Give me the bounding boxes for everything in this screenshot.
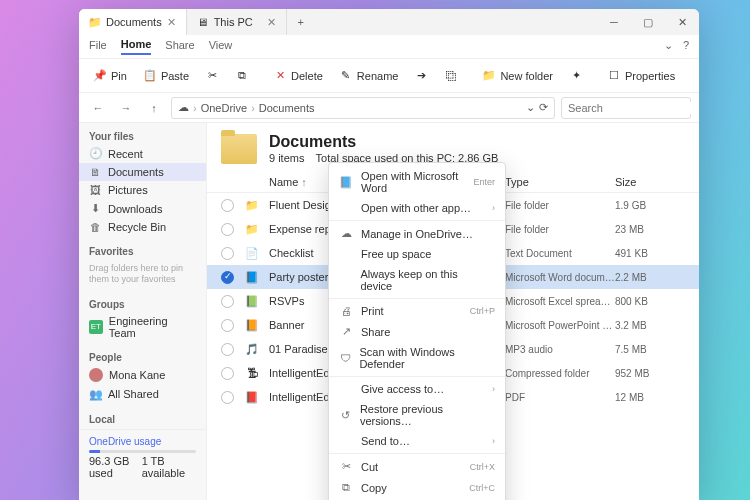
menubar: File Home Share View ⌄ ? [79, 35, 699, 59]
menu-item[interactable]: ⧉ Copy Ctrl+C [329, 477, 505, 498]
minimize-button[interactable]: ─ [597, 9, 631, 35]
forward-button[interactable]: → [115, 97, 137, 119]
menu-home[interactable]: Home [121, 38, 152, 55]
cut-button[interactable]: ✂ [199, 66, 225, 86]
txt-icon: 📄 [245, 246, 259, 260]
sidebar-item-downloads[interactable]: ⬇Downloads [79, 199, 206, 218]
checkbox-icon[interactable] [221, 391, 234, 404]
delete-icon: ✕ [273, 69, 287, 83]
copy-icon: ⧉ [235, 69, 249, 83]
menu-item[interactable]: ✂ Cut Ctrl+X [329, 456, 505, 477]
sidebar-item-pictures[interactable]: 🖼Pictures [79, 181, 206, 199]
folder-icon: 📁 [245, 222, 259, 236]
accelerator: › [492, 384, 495, 394]
sidebar-header-local: Local [79, 412, 206, 427]
copy-to-button[interactable]: ⿻ [438, 66, 464, 86]
checkbox-icon[interactable] [221, 295, 234, 308]
maximize-button[interactable]: ▢ [631, 9, 665, 35]
col-size[interactable]: Size [615, 176, 685, 188]
menu-item[interactable]: Free up space [329, 244, 505, 264]
menu-label: Open with Microsoft Word [361, 170, 465, 194]
menu-view[interactable]: View [209, 39, 233, 54]
search-box[interactable]: 🔍 [561, 97, 691, 119]
paste-button[interactable]: 📋Paste [137, 66, 195, 86]
menu-label: Free up space [361, 248, 431, 260]
tab-label: This PC [214, 16, 253, 28]
breadcrumb[interactable]: ☁ › OneDrive › Documents ⌄ ⟳ [171, 97, 555, 119]
new-item-button[interactable]: ✦ [563, 66, 589, 86]
close-icon[interactable]: ✕ [267, 16, 276, 29]
pc-icon: 🖥 [197, 16, 209, 28]
sidebar-item-person[interactable]: Mona Kane [79, 365, 206, 385]
document-icon: 🗎 [89, 166, 102, 178]
select-all-button[interactable]: ☑Select all [693, 66, 699, 86]
refresh-icon[interactable]: ⟳ [539, 101, 548, 114]
chevron-down-icon[interactable]: ⌄ [526, 101, 535, 114]
file-type: File folder [505, 200, 615, 211]
accelerator: › [492, 436, 495, 446]
file-size: 7.5 MB [615, 344, 685, 355]
checkbox-icon[interactable] [221, 223, 234, 236]
file-type: MP3 audio [505, 344, 615, 355]
sidebar-item-recyclebin[interactable]: 🗑Recycle Bin [79, 218, 206, 236]
tab-documents[interactable]: 📁 Documents ✕ [79, 9, 187, 35]
pdf-icon: 📕 [245, 390, 259, 404]
sidebar-header-people: People [79, 350, 206, 365]
up-button[interactable]: ↑ [143, 97, 165, 119]
back-button[interactable]: ← [87, 97, 109, 119]
menu-item[interactable]: Always keep on this device [329, 264, 505, 296]
sidebar-item-documents[interactable]: 🗎Documents [79, 163, 206, 181]
menu-item[interactable]: Give access to… › [329, 379, 505, 399]
search-input[interactable] [568, 102, 699, 114]
word-icon: 📘 [339, 176, 353, 189]
new-tab-button[interactable]: + [287, 9, 315, 35]
checkbox-icon[interactable] [221, 271, 234, 284]
folder-icon: 📁 [482, 69, 496, 83]
sidebar: Your files 🕘Recent 🗎Documents 🖼Pictures … [79, 123, 207, 500]
help-icon[interactable]: ? [683, 39, 689, 55]
menu-item[interactable]: 🖨 Print Ctrl+P [329, 301, 505, 321]
checkbox-icon[interactable] [221, 367, 234, 380]
checkbox-icon[interactable] [221, 319, 234, 332]
chevron-down-icon[interactable]: ⌄ [664, 39, 673, 55]
rename-button[interactable]: ✎Rename [333, 66, 405, 86]
file-type: Microsoft Word docum… [505, 272, 615, 283]
new-folder-button[interactable]: 📁New folder [476, 66, 559, 86]
usage-bar [89, 450, 196, 453]
menu-item[interactable]: Send to… › [329, 431, 505, 451]
menu-item[interactable]: 📘 Open with Microsoft Word Enter [329, 166, 505, 198]
col-type[interactable]: Type [505, 176, 615, 188]
close-icon[interactable]: ✕ [167, 16, 176, 29]
sidebar-item-team[interactable]: ETEngineering Team [79, 312, 206, 342]
print-icon: 🖨 [339, 305, 353, 317]
people-icon: 👥 [89, 388, 102, 401]
pin-button[interactable]: 📌Pin [87, 66, 133, 86]
file-type: File folder [505, 224, 615, 235]
move-button[interactable]: ➔ [408, 66, 434, 86]
tab-thispc[interactable]: 🖥 This PC ✕ [187, 9, 287, 35]
copy-button[interactable]: ⧉ [229, 66, 255, 86]
checkbox-icon[interactable] [221, 247, 234, 260]
menu-item[interactable]: ☁ Manage in OneDrive… [329, 223, 505, 244]
sidebar-item-recent[interactable]: 🕘Recent [79, 144, 206, 163]
close-button[interactable]: ✕ [665, 9, 699, 35]
file-size: 23 MB [615, 224, 685, 235]
pin-icon: 📌 [93, 69, 107, 83]
menu-item[interactable]: ↗ Share [329, 321, 505, 342]
menu-item[interactable]: 🛡 Scan with Windows Defender [329, 342, 505, 374]
checkbox-icon[interactable] [221, 343, 234, 356]
paste-icon: 📋 [143, 69, 157, 83]
sidebar-item-allshared[interactable]: 👥All Shared [79, 385, 206, 404]
menu-share[interactable]: Share [165, 39, 194, 54]
folder-icon: 📁 [89, 16, 101, 28]
delete-button[interactable]: ✕Delete [267, 66, 329, 86]
menu-file[interactable]: File [89, 39, 107, 54]
menu-item[interactable]: ↺ Restore previous versions… [329, 399, 505, 431]
properties-icon: ☐ [607, 69, 621, 83]
accelerator: Enter [473, 177, 495, 187]
checkbox-icon[interactable] [221, 199, 234, 212]
menu-item[interactable]: Open with other app… › [329, 198, 505, 218]
menu-label: Copy [361, 482, 387, 494]
onedrive-usage[interactable]: OneDrive usage 96.3 GB used1 TB availabl… [79, 429, 206, 485]
properties-button[interactable]: ☐Properties [601, 66, 681, 86]
